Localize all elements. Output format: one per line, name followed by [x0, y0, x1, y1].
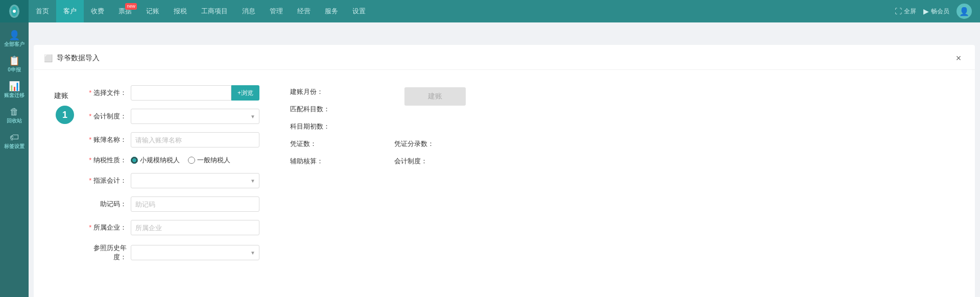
assign-accountant-label: * 指派会计： [86, 176, 127, 185]
accounting-system-wrapper: ▼ [131, 109, 259, 124]
voucher-records-row: 凭证分录数： [394, 139, 478, 148]
sidebar: 👤 全部客户 📋 0申报 📊 账套迁移 🗑 回收站 🏷 标签设置 [0, 22, 29, 297]
nav-items: 首页 客户 收费 票据 new 记账 报税 工商项目 消息 管理 经营 服务 设… [29, 0, 887, 22]
migration-icon: 📊 [9, 82, 20, 91]
voucher-row: 凭证数： [290, 139, 374, 148]
match-subject-row: 匹配科目数： [290, 105, 374, 114]
file-row: * 选择文件： +浏览 [86, 85, 259, 101]
auxiliary-label: 辅助核算： [290, 157, 323, 166]
memo-row: 助记码： [86, 196, 259, 212]
general-taxpayer-radio[interactable]: 一般纳税人 [188, 156, 230, 165]
subject-init-label: 科目期初数： [290, 122, 330, 131]
history-year-wrapper: ▼ [131, 245, 259, 260]
form-left: 建账 1 * 选择文件： +浏览 [54, 85, 259, 262]
sidebar-item-recycle[interactable]: 🗑 回收站 [1, 103, 28, 127]
member-btn[interactable]: ▶ 畅会员 [923, 7, 949, 16]
history-year-label: 参照历史年度： [86, 243, 127, 262]
close-button[interactable]: × [952, 52, 965, 64]
nav-home[interactable]: 首页 [29, 0, 56, 22]
avatar-icon: 👤 [959, 7, 969, 16]
new-badge: new [125, 3, 137, 10]
small-taxpayer-radio[interactable]: 小规模纳税人 [131, 156, 180, 165]
nav-bookkeeping[interactable]: 记账 [139, 0, 166, 22]
accounting-system-info-label: 会计制度： [394, 157, 427, 166]
accounting-system-info-row: 会计制度： [394, 157, 478, 166]
nav-settings[interactable]: 设置 [345, 0, 373, 22]
voucher-records-label: 凭证分录数： [394, 139, 434, 148]
accounting-system-select[interactable] [131, 109, 259, 124]
tag-icon: 🏷 [10, 133, 19, 142]
step-label: 建账 [54, 91, 68, 101]
file-label: * 选择文件： [86, 88, 127, 97]
build-button[interactable]: 建账 [404, 87, 466, 106]
ledger-name-label: * 账簿名称： [86, 135, 127, 144]
company-input[interactable] [131, 220, 259, 235]
file-input-wrapper: +浏览 [131, 85, 259, 101]
match-subject-label: 匹配科目数： [290, 105, 330, 114]
import-panel: ⬜ 导爷数据导入 × 建账 1 * 选择文件： [34, 45, 975, 297]
logo-icon [7, 4, 21, 18]
recycle-icon: 🗑 [10, 107, 19, 116]
member-icon: ▶ [923, 7, 929, 15]
nav-fees[interactable]: 收费 [84, 0, 111, 22]
memo-label: 助记码： [86, 200, 127, 209]
subject-init-row: 科目期初数： [290, 122, 374, 131]
history-year-select[interactable] [131, 245, 259, 260]
build-month-label: 建账月份： [290, 87, 323, 96]
assign-accountant-wrapper: ▼ [131, 173, 259, 188]
nav-bills[interactable]: 票据 new [111, 0, 139, 22]
assign-accountant-select[interactable] [131, 173, 259, 188]
topnav-right: ⛶ 全屏 ▶ 畅会员 👤 [887, 4, 980, 19]
svg-point-2 [13, 10, 16, 13]
tax-type-row: * 纳税性质： 小规模纳税人 一般纳税人 [86, 156, 259, 165]
file-input[interactable] [131, 85, 231, 101]
build-month-row: 建账月份： [290, 87, 374, 96]
nav-management[interactable]: 管理 [262, 0, 290, 22]
nav-business[interactable]: 工商项目 [194, 0, 235, 22]
all-clients-icon: 👤 [9, 31, 20, 40]
company-label: * 所属企业： [86, 223, 127, 232]
step-circle: 1 [56, 106, 74, 124]
history-year-row: 参照历史年度： ▼ [86, 243, 259, 262]
top-navigation: 首页 客户 收费 票据 new 记账 报税 工商项目 消息 管理 经营 服务 设… [0, 0, 980, 22]
voucher-label: 凭证数： [290, 139, 317, 148]
form-area: 建账 1 * 选择文件： +浏览 [34, 70, 975, 277]
avatar[interactable]: 👤 [957, 4, 972, 19]
nav-clients[interactable]: 客户 [56, 0, 84, 22]
form-fields: * 选择文件： +浏览 * 会计制度： [86, 85, 259, 262]
fullscreen-btn[interactable]: ⛶ 全屏 [895, 7, 916, 16]
company-row: * 所属企业： [86, 220, 259, 235]
accounting-system-row: * 会计制度： ▼ [86, 109, 259, 124]
sidebar-item-all-clients[interactable]: 👤 全部客户 [1, 27, 28, 50]
nav-services[interactable]: 服务 [318, 0, 345, 22]
ledger-name-row: * 账簿名称： [86, 132, 259, 147]
logo[interactable] [0, 0, 29, 22]
tax-type-label: * 纳税性质： [86, 156, 127, 165]
memo-input[interactable] [131, 196, 259, 212]
nav-operations[interactable]: 经营 [290, 0, 318, 22]
main-content: ⬜ 导爷数据导入 × 建账 1 * 选择文件： [29, 45, 980, 297]
import-icon: ⬜ [44, 54, 53, 62]
panel-header: ⬜ 导爷数据导入 × [34, 45, 975, 70]
auxiliary-row: 辅助核算： [290, 157, 374, 166]
panel-title: ⬜ 导爷数据导入 [44, 54, 100, 63]
browse-button[interactable]: +浏览 [231, 85, 259, 101]
ledger-name-input[interactable] [131, 132, 259, 147]
nav-messages[interactable]: 消息 [235, 0, 262, 22]
nav-tax[interactable]: 报税 [166, 0, 194, 22]
info-panel: 建账月份： 匹配科目数： 科目期初数： 建账 凭证数： [290, 85, 478, 262]
fullscreen-icon: ⛶ [895, 7, 902, 15]
tax-type-radio-group: 小规模纳税人 一般纳税人 [131, 156, 259, 165]
sidebar-item-account-migration[interactable]: 📊 账套迁移 [1, 78, 28, 101]
sidebar-item-declaration[interactable]: 📋 0申报 [1, 52, 28, 76]
declaration-icon: 📋 [9, 56, 20, 65]
accounting-system-label: * 会计制度： [86, 112, 127, 121]
sidebar-item-tag-settings[interactable]: 🏷 标签设置 [1, 129, 28, 152]
assign-accountant-row: * 指派会计： ▼ [86, 173, 259, 188]
